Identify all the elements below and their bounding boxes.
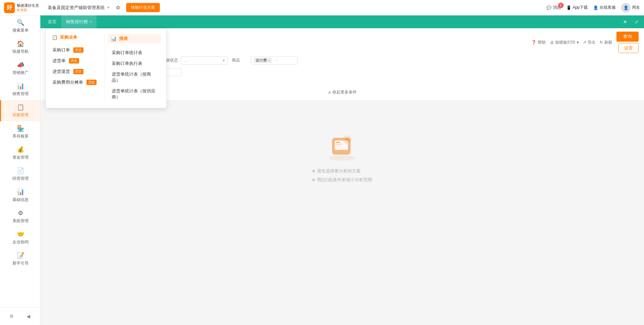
remove-goods-tag-button[interactable]: × (268, 58, 270, 63)
logo-area: 好 畅捷通好生意 标准版 (4, 2, 44, 13)
app-download-action[interactable]: 📱 App下载 (566, 5, 588, 10)
sidebar-item-enterprise[interactable]: 🤝 企业协同 (0, 227, 40, 248)
tab-controls: ✕ ⤢ (620, 17, 641, 27)
export-icon: ↗ (583, 40, 586, 45)
logo-icon: 好 (4, 2, 15, 13)
tab-home[interactable]: 首页 (43, 15, 61, 28)
dropdown-menu: 📋 采购业务 采购订单 历史 进货单 历史 进货退货 历史 采购费用分摊单 历史… (45, 28, 167, 108)
reports-section-header: 📊 报表 (108, 34, 161, 43)
service-icon: 👤 (593, 5, 598, 10)
menu-item-purchase-order-stats[interactable]: 采购订单统计表 (110, 47, 161, 58)
sidebar-item-nav[interactable]: 🏠 快捷导航 (0, 37, 40, 58)
online-service-action[interactable]: 👤 在线客服 (593, 5, 616, 10)
menu-item-purchase-order[interactable]: 采购订单 历史 (51, 45, 102, 55)
history-badge-1: 历史 (69, 58, 79, 64)
industry-button[interactable]: 体验行业方案 (126, 3, 160, 12)
reports-menu-icon: 📊 (110, 35, 117, 42)
sidebar-item-purchase[interactable]: 📋 采购管理 (0, 100, 40, 121)
menu-item-goods-stats-by-supplier[interactable]: 进货单统计表（按供应商） (110, 86, 161, 103)
close-tab-icon[interactable]: × (90, 20, 92, 24)
status-select[interactable]: ... ▾ (181, 56, 228, 65)
sidebar-bottom: ⚙ ◀ (0, 307, 40, 325)
enterprise-icon: 🤝 (17, 231, 24, 238)
history-badge-0: 历史 (73, 47, 83, 53)
system-title[interactable]: 装备及固定资产辅助管理系统 ▼ (48, 5, 110, 11)
menu-item-goods-return[interactable]: 进货退货 历史 (51, 66, 102, 77)
search-icon: 🔍 (17, 19, 24, 26)
sidebar-item-guide[interactable]: 📝 新手引导 (0, 248, 40, 270)
close-all-tabs-button[interactable]: ✕ (620, 17, 630, 27)
inventory-icon: 🏪 (17, 125, 24, 132)
collapse-sidebar-button[interactable]: ◀ (23, 311, 34, 322)
refresh-button[interactable]: ↻ 刷新 (600, 40, 612, 45)
empty-tips: 请先选择要分析的方案 用[过滤]条件来缩小分析范围 (312, 167, 372, 184)
dot2 (312, 178, 315, 181)
set-button[interactable]: 设置 (618, 43, 639, 53)
system-icon: ⚙ (18, 209, 23, 217)
message-badge: 6 (558, 3, 564, 8)
empty-illustration (322, 128, 362, 161)
tabs-bar: 首页 销售排行榜 × ✕ ⤢ (40, 15, 644, 28)
purchase-section-header: 📋 采购业务 (51, 34, 102, 41)
query-button[interactable]: 查询 (616, 32, 639, 42)
history-badge-3: 历史 (86, 80, 97, 85)
svg-point-0 (329, 155, 356, 161)
sidebar: 🔍 搜索菜单 🏠 快捷导航 📣 营销推广 📊 销售管理 📋 采购管理 🏪 库存核… (0, 15, 40, 325)
menu-item-purchase-order-exec[interactable]: 采购订单执行表 (110, 58, 161, 69)
print-icon: 🖨 (550, 40, 554, 45)
basic-icon: 📊 (17, 188, 24, 196)
sidebar-item-inventory[interactable]: 🏪 库存核算 (0, 121, 40, 143)
gear-button[interactable]: ⚙ (113, 3, 123, 12)
dot1 (312, 170, 315, 172)
dropdown-arrow-icon: ▼ (107, 6, 110, 9)
sidebar-item-system[interactable]: ⚙ 系统管理 (0, 206, 40, 227)
tab-sales-rank[interactable]: 销售排行榜 × (61, 15, 97, 28)
goods-input[interactable]: 设计费 × ··· (251, 56, 298, 65)
home-icon: 🏠 (17, 40, 24, 47)
svg-rect-4 (336, 144, 343, 145)
menu-item-goods-receipt[interactable]: 进货单 历史 (51, 55, 102, 66)
user-info[interactable]: 👤 用友 (621, 3, 640, 12)
phone-icon: 📱 (566, 5, 571, 10)
help-button[interactable]: ❓ 帮助 (531, 40, 546, 45)
operations-icon: 📄 (17, 167, 24, 174)
help-icon: ❓ (531, 40, 536, 45)
logo-text: 畅捷通好生意 标准版 (17, 3, 39, 12)
goods-filter: 商品 设计费 × ··· (232, 56, 298, 65)
guide-icon: 📝 (17, 252, 24, 259)
sidebar-item-basic[interactable]: 📊 基础信息 (0, 185, 40, 206)
message-icon: 💬 (546, 5, 551, 10)
refresh-icon: ↻ (600, 40, 603, 45)
reports-section: 📊 报表 采购订单统计表 采购订单执行表 进货单统计表（按商品） 进货单统计表（… (105, 34, 161, 103)
finance-icon: 💰 (17, 146, 24, 153)
sidebar-item-sales[interactable]: 📊 销售管理 (0, 79, 40, 100)
purchase-menu-icon: 📋 (51, 34, 58, 41)
menu-item-goods-stats-by-product[interactable]: 进货单统计表（按商品） (110, 69, 161, 86)
sidebar-item-finance[interactable]: 💰 资金管理 (0, 143, 40, 164)
empty-state: 请先选择要分析的方案 用[过滤]条件来缩小分析范围 (40, 101, 644, 211)
goods-more-button[interactable]: ··· (274, 58, 280, 63)
export-button[interactable]: ↗ 导出 (583, 40, 596, 45)
status-arrow-icon: ▾ (223, 58, 225, 63)
print-button[interactable]: 🖨 按模板打印 ▾ (550, 40, 579, 45)
sidebar-item-marketing[interactable]: 📣 营销推广 (0, 58, 40, 79)
settings-button[interactable]: ⚙ (6, 311, 17, 322)
message-action[interactable]: 💬 6 消息 (546, 5, 561, 10)
purchase-section: 📋 采购业务 采购订单 历史 进货单 历史 进货退货 历史 采购费用分摊单 历史 (51, 34, 102, 103)
menu-item-purchase-expense[interactable]: 采购费用分摊单 历史 (51, 77, 102, 88)
avatar: 👤 (621, 3, 631, 12)
purchase-icon: 📋 (17, 104, 24, 111)
history-badge-2: 历史 (73, 69, 83, 74)
collapse-icon: ∧ (328, 90, 331, 95)
goods-tag: 设计费 × (254, 57, 272, 63)
marketing-icon: 📣 (17, 61, 24, 69)
status-filter: 单据状态 ... ▾ (162, 56, 228, 65)
header-right: 💬 6 消息 📱 App下载 👤 在线客服 👤 用友 (546, 3, 640, 12)
sales-icon: 📊 (17, 82, 24, 90)
svg-rect-5 (336, 146, 342, 146)
sidebar-item-search[interactable]: 🔍 搜索菜单 (0, 15, 40, 37)
sidebar-item-operations[interactable]: 📄 经营管理 (0, 164, 40, 185)
top-header: 好 畅捷通好生意 标准版 装备及固定资产辅助管理系统 ▼ ⚙ 体验行业方案 💬 … (0, 0, 644, 15)
svg-rect-3 (336, 142, 340, 143)
fullscreen-button[interactable]: ⤢ (632, 17, 641, 27)
